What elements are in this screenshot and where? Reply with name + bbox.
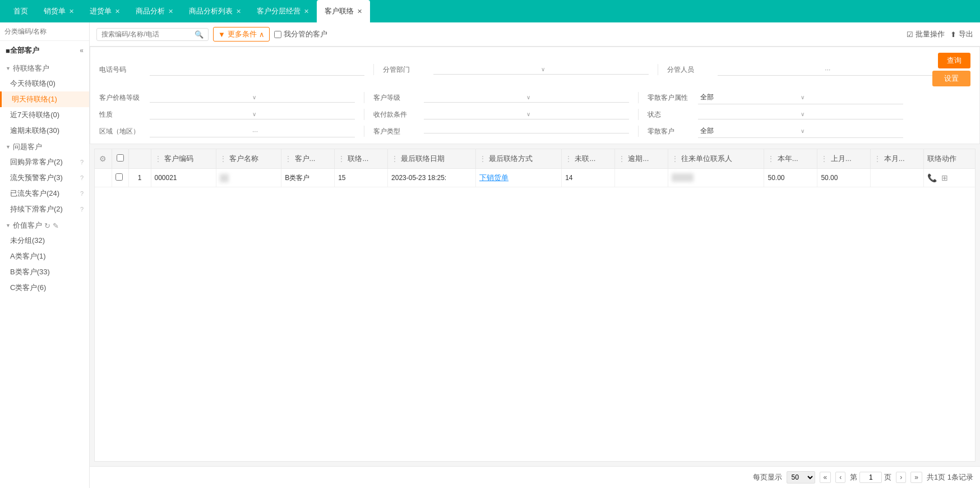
th-customer-code[interactable]: 客户编码 [151, 149, 216, 169]
region-dots-icon: ··· [252, 127, 353, 135]
settings-gear-icon[interactable]: ⚙ [99, 154, 107, 163]
action-grid-icon[interactable]: ⊞ [941, 173, 948, 182]
export-btn[interactable]: ⬆ 导出 [950, 29, 973, 39]
next-page-btn[interactable]: › [896, 472, 906, 483]
th-last-contact-method[interactable]: 最后联络方式 [476, 149, 562, 169]
value-edit-icon[interactable]: ✎ [53, 222, 59, 230]
filter-retail-customer: 零散客户 全部 ∨ [648, 125, 903, 138]
sidebar-collapse-icon[interactable]: « [80, 47, 84, 54]
th-customer-type[interactable]: 客户... [281, 149, 335, 169]
sidebar-item-class-c[interactable]: C类客户(6) [0, 280, 89, 296]
sidebar-section-problem: 问题客户 [0, 139, 89, 154]
table-body: 1 000021 Ea B类客户 15 2023-05-23 18:25: 下销… [95, 169, 975, 187]
toolbar-search-container: 🔍 [96, 28, 209, 41]
th-customer-name[interactable]: 客户名称 [216, 149, 281, 169]
person-select[interactable]: ··· [718, 64, 932, 76]
help-icon-repurchase: ? [80, 159, 84, 165]
table-container: ⚙ 客户编码 客户名称 客户... [94, 149, 976, 462]
last-page-btn[interactable]: » [910, 472, 922, 483]
nav-tab-5[interactable]: 客户联络 ✕ [317, 0, 370, 22]
page-size-select[interactable]: 50 100 200 [787, 471, 815, 484]
page-number-input[interactable] [859, 472, 882, 483]
th-unit-contact[interactable]: 往来单位联系人 [668, 149, 764, 169]
close-tab-0[interactable]: ✕ [69, 8, 74, 15]
nav-tab-3[interactable]: 商品分析列表 ✕ [181, 0, 249, 22]
search-icon[interactable]: 🔍 [195, 30, 204, 39]
action-phone-icon[interactable]: 📞 [927, 173, 937, 182]
sidebar-item-overdue[interactable]: 逾期未联络(30) [0, 123, 89, 139]
select-all-checkbox[interactable] [117, 154, 124, 162]
filter-retail-attr: 零散客户属性 全部 ∨ [648, 91, 903, 104]
close-tab-3[interactable]: ✕ [236, 8, 241, 15]
close-tab-2[interactable]: ✕ [168, 8, 173, 15]
my-customers-toggle[interactable]: 我分管的客户 [274, 29, 327, 39]
sidebar-item-churn-warning[interactable]: 流失预警客户(3) ? [0, 170, 89, 186]
prev-page-btn[interactable]: ‹ [835, 472, 845, 483]
sidebar-item-ungrouped[interactable]: 未分组(32) [0, 233, 89, 248]
sidebar-item-class-a[interactable]: A类客户(1) [0, 248, 89, 264]
row-checkbox[interactable] [115, 173, 123, 181]
cell-check [112, 169, 128, 187]
filter-btn[interactable]: ▼ 更多条件 ∧ [213, 27, 270, 42]
payment-select[interactable]: ∨ [424, 109, 629, 119]
close-tab-5[interactable]: ✕ [357, 8, 362, 15]
retail-attr-select[interactable]: 全部 ∨ [698, 91, 903, 104]
search-input[interactable] [101, 30, 195, 38]
cell-name: Ea [216, 169, 281, 187]
cell-overdue [615, 169, 668, 187]
checkbox-icon: ☑ [907, 30, 913, 39]
customer-level-arrow-icon: ∨ [526, 94, 627, 100]
dept-select[interactable]: ∨ [433, 65, 648, 75]
close-tab-1[interactable]: ✕ [115, 8, 120, 15]
sidebar-all-customers[interactable]: ■ 全部客户 « [0, 41, 89, 60]
cell-contact: 15 [335, 169, 388, 187]
th-this-month[interactable]: 本月... [871, 149, 924, 169]
customer-type-select[interactable] [424, 130, 629, 133]
sidebar-item-7days[interactable]: 近7天待联络(0) [0, 107, 89, 123]
sidebar-search-input[interactable] [4, 27, 89, 35]
batch-operation-btn[interactable]: ☑ 批量操作 [907, 29, 945, 39]
filter-region: 区域（地区） ··· [99, 126, 355, 137]
th-no-contact[interactable]: 未联... [562, 149, 615, 169]
my-customers-checkbox[interactable] [274, 31, 281, 38]
customer-level-select[interactable]: ∨ [424, 93, 629, 103]
retail-customer-select[interactable]: 全部 ∨ [698, 125, 903, 138]
cell-action: 📞 ⊞ [924, 169, 975, 187]
nature-select[interactable]: ∨ [150, 109, 355, 119]
nav-tab-4[interactable]: 客户分层经营 ✕ [249, 0, 317, 22]
pagination: 每页显示 50 100 200 « ‹ 第 页 › » 共1页 1条记录 [90, 466, 980, 488]
sidebar-item-today[interactable]: 今天待联络(0) [0, 76, 89, 91]
sidebar-item-declining[interactable]: 持续下滑客户(2) ? [0, 201, 89, 217]
filter-row-2: 客户价格等级 ∨ 客户等级 ∨ 零散客户属性 [99, 91, 970, 104]
first-page-btn[interactable]: « [820, 472, 831, 483]
sidebar-item-churned[interactable]: 已流失客户(24) ? [0, 186, 89, 201]
price-level-arrow-icon: ∨ [252, 94, 353, 100]
sidebar-item-class-b[interactable]: B类客户(33) [0, 264, 89, 280]
reset-button[interactable]: 设置 [932, 71, 970, 86]
sidebar-item-tomorrow[interactable]: 明天待联络(1) [0, 91, 89, 107]
th-overdue[interactable]: 逾期... [615, 149, 668, 169]
nav-tab-2[interactable]: 商品分析 ✕ [128, 0, 181, 22]
phone-input[interactable] [150, 64, 364, 76]
th-last-month[interactable]: 上月... [817, 149, 871, 169]
contact-method-link[interactable]: 下销货单 [479, 173, 509, 182]
nav-tab-1[interactable]: 进货单 ✕ [82, 0, 128, 22]
value-refresh-icon[interactable]: ↻ [44, 222, 50, 230]
filter-arrow-icon: ∧ [259, 30, 265, 39]
divider-7 [364, 126, 364, 137]
region-select[interactable]: ··· [150, 126, 355, 137]
th-contact[interactable]: 联络... [335, 149, 388, 169]
close-tab-4[interactable]: ✕ [304, 8, 309, 15]
query-button[interactable]: 查询 [938, 53, 970, 68]
status-select[interactable]: ∨ [698, 109, 903, 119]
price-level-select[interactable]: ∨ [150, 93, 355, 103]
nav-home[interactable]: 首页 [6, 0, 36, 22]
th-last-contact-date[interactable]: 最后联络日期 [388, 149, 476, 169]
nav-tab-0[interactable]: 销货单 ✕ [36, 0, 82, 22]
retail-attr-arrow-icon: ∨ [801, 94, 901, 100]
th-this-year[interactable]: 本年... [764, 149, 817, 169]
sidebar-item-repurchase[interactable]: 回购异常客户(2) ? [0, 154, 89, 170]
divider-1 [373, 64, 374, 75]
help-icon-declining: ? [80, 206, 84, 213]
filter-customer-type: 客户类型 [373, 127, 629, 136]
